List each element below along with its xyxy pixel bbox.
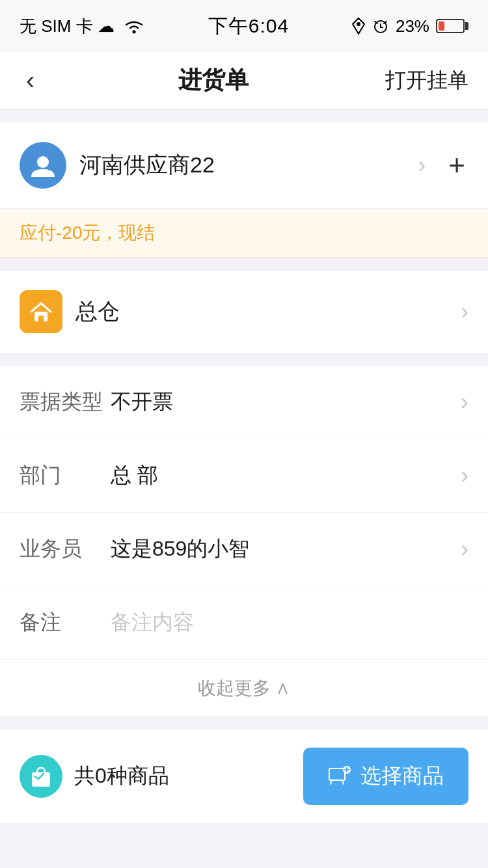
field-row-remark[interactable]: 备注 备注内容 <box>0 586 488 659</box>
status-right: 23% <box>351 16 468 36</box>
invoice-chevron-icon: › <box>461 388 468 416</box>
svg-rect-6 <box>32 772 50 787</box>
field-label-salesperson: 业务员 <box>20 535 111 563</box>
shopping-bag-icon <box>28 763 54 789</box>
sim-status: 无 SIM 卡 ☁ <box>20 15 115 38</box>
collapse-label: 收起更多 ∧ <box>198 676 291 701</box>
field-row-dept[interactable]: 部门 总 部 › <box>0 439 488 512</box>
warehouse-row[interactable]: 总仓 › <box>0 271 488 353</box>
field-value-dept: 总 部 <box>111 461 461 490</box>
nav-bar: ‹ 进货单 打开挂单 <box>0 52 488 109</box>
page-title: 进货单 <box>178 64 249 96</box>
field-label-remark: 备注 <box>20 608 111 637</box>
warehouse-icon-bg <box>20 290 62 333</box>
mid-divider2 <box>0 353 488 366</box>
supplier-avatar <box>20 142 66 189</box>
field-placeholder-remark[interactable]: 备注内容 <box>111 608 468 637</box>
field-value-invoice: 不开票 <box>111 388 461 416</box>
salesperson-chevron-icon: › <box>461 536 468 563</box>
product-count-text: 共0种商品 <box>74 762 169 791</box>
notice-text: 应付-20元，现结 <box>20 223 155 243</box>
field-value-salesperson: 这是859的小智 <box>111 535 461 563</box>
select-product-button[interactable]: 选择商品 <box>303 748 468 805</box>
svg-point-3 <box>37 156 49 168</box>
supplier-section: 河南供应商22 › + 应付-20元，现结 <box>0 122 488 258</box>
status-bar: 无 SIM 卡 ☁ 下午6:04 23% <box>0 0 488 52</box>
dept-chevron-icon: › <box>461 462 468 489</box>
cart-plus-icon <box>328 765 351 788</box>
mid-divider1 <box>0 258 488 271</box>
wifi-icon <box>122 17 146 35</box>
field-label-dept: 部门 <box>20 461 111 490</box>
location-icon <box>351 17 366 35</box>
supplier-row[interactable]: 河南供应商22 › + <box>0 122 488 209</box>
open-pending-button[interactable]: 打开挂单 <box>385 66 468 95</box>
select-product-label: 选择商品 <box>360 762 444 791</box>
product-icon-bg <box>20 755 62 798</box>
warehouse-section[interactable]: 总仓 › <box>0 271 488 353</box>
svg-rect-7 <box>329 768 345 780</box>
user-icon <box>29 151 57 180</box>
bottom-section: 共0种商品 选择商品 <box>0 729 488 823</box>
status-left: 无 SIM 卡 ☁ <box>20 15 146 38</box>
field-row-invoice[interactable]: 票据类型 不开票 › <box>0 366 488 439</box>
field-label-invoice: 票据类型 <box>20 388 111 416</box>
collapse-button[interactable]: 收起更多 ∧ <box>0 659 488 716</box>
battery-icon <box>436 19 468 33</box>
back-button[interactable]: ‹ <box>20 59 41 102</box>
svg-point-0 <box>132 31 135 34</box>
add-button[interactable]: + <box>445 149 468 182</box>
top-divider <box>0 109 488 122</box>
product-count-wrap: 共0种商品 <box>20 755 169 798</box>
svg-point-1 <box>357 22 360 26</box>
form-section: 票据类型 不开票 › 部门 总 部 › 业务员 这是859的小智 › 备注 备注… <box>0 366 488 716</box>
supplier-chevron-icon: › <box>418 152 426 179</box>
alarm-icon <box>372 18 389 34</box>
home-icon <box>28 299 54 325</box>
field-row-salesperson[interactable]: 业务员 这是859的小智 › <box>0 512 488 586</box>
warehouse-name: 总仓 <box>75 297 461 327</box>
status-time: 下午6:04 <box>208 13 289 40</box>
notice-bar: 应付-20元，现结 <box>0 209 488 258</box>
battery-percent: 23% <box>396 16 429 36</box>
supplier-name: 河南供应商22 <box>79 150 418 180</box>
warehouse-chevron-icon: › <box>461 298 468 325</box>
svg-rect-5 <box>38 316 44 321</box>
